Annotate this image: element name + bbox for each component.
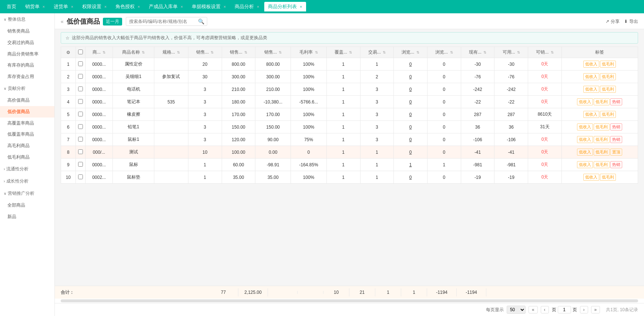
row-checkbox[interactable] (78, 174, 83, 179)
sidebar-item-all-products[interactable]: 全部商品 (0, 200, 54, 211)
first-page-btn[interactable]: « (529, 306, 538, 313)
row-checkbox[interactable] (78, 74, 83, 79)
column-spec[interactable]: 规格... ⇅ (154, 47, 188, 58)
nav-product-inbound[interactable]: 产成品入库单 × (145, 2, 187, 11)
sidebar-section-liquidity[interactable]: › 流通性分析 (0, 163, 54, 175)
column-code[interactable]: 商... ⇅ (85, 47, 113, 58)
export-button[interactable]: ⬇ 导出 (624, 18, 638, 25)
close-icon[interactable]: × (181, 4, 183, 9)
sidebar-item-inventory-capital[interactable]: 库存资金占用 (0, 71, 54, 82)
nav-home[interactable]: 首页 (3, 2, 20, 11)
close-icon[interactable]: × (300, 4, 302, 9)
view1-link[interactable]: 0 (409, 74, 412, 79)
row-checkbox[interactable] (78, 137, 83, 142)
close-icon[interactable]: × (43, 4, 45, 9)
column-view1[interactable]: 浏览... ⇅ (394, 47, 427, 58)
column-view2[interactable]: 浏览... ⇅ (427, 47, 461, 58)
select-all-checkbox[interactable] (78, 50, 83, 54)
cell-view1[interactable]: 0 (394, 58, 427, 71)
cell-checkbox[interactable] (76, 133, 85, 146)
row-checkbox[interactable] (78, 149, 83, 154)
page-size-select[interactable]: 50 100 200 (507, 306, 526, 314)
view1-link[interactable]: 0 (409, 150, 412, 155)
cell-view1[interactable]: 0 (394, 121, 427, 133)
cell-view1[interactable]: 0 (394, 171, 427, 184)
sidebar-section-overview[interactable]: ∨ 整体信息 (0, 13, 54, 26)
cell-view1[interactable]: 0 (394, 146, 427, 159)
sidebar-section-growth[interactable]: › 成长性分析 (0, 175, 54, 187)
sidebar-item-sales-products[interactable]: 销售类商品 (0, 26, 54, 37)
sidebar-item-low-coverage[interactable]: 低覆盖率商品 (0, 129, 54, 140)
next-page-btn[interactable]: › (580, 306, 588, 313)
close-icon[interactable]: × (257, 4, 259, 9)
nav-permission[interactable]: 权限设置 × (78, 2, 110, 11)
close-icon[interactable]: × (224, 4, 226, 9)
cell-checkbox[interactable] (76, 108, 85, 121)
column-gross-margin[interactable]: 毛利率 ⇅ (291, 47, 327, 58)
sidebar-item-traded-products[interactable]: 交易过的商品 (0, 37, 54, 48)
close-icon[interactable]: × (71, 4, 73, 9)
table-container[interactable]: ⚙ 商... ⇅ 商品名称 ⇅ 规格... ⇅ 销售... ⇅ 销售... ⇅ … (55, 47, 644, 286)
view1-link[interactable]: 0 (409, 175, 412, 180)
nav-template-settings[interactable]: 单据模板设置 × (188, 2, 229, 11)
cell-view1[interactable]: 0 (394, 108, 427, 121)
column-sales-qty[interactable]: 销售... ⇅ (188, 47, 222, 58)
search-input[interactable] (126, 17, 207, 26)
row-checkbox[interactable] (78, 86, 83, 91)
close-icon[interactable]: × (138, 4, 140, 9)
view1-link[interactable]: 0 (409, 87, 412, 92)
sidebar-item-high-profit[interactable]: 高毛利商品 (0, 140, 54, 152)
row-checkbox[interactable] (78, 112, 83, 116)
close-icon[interactable]: × (104, 4, 107, 9)
sidebar-item-category-sales-rate[interactable]: 商品分类销售率 (0, 48, 54, 60)
cell-view1[interactable]: 0 (394, 83, 427, 96)
view1-link[interactable]: 0 (409, 112, 412, 117)
sidebar-section-contribution[interactable]: ∨ 贡献分析 (0, 82, 54, 95)
sidebar-item-high-value[interactable]: 高价值商品 (0, 95, 54, 106)
sidebar-item-inventory-products[interactable]: 有库存的商品 (0, 60, 54, 71)
cell-view1[interactable]: 0 (394, 133, 427, 146)
view1-link[interactable]: 0 (409, 99, 412, 105)
column-sales-amount[interactable]: 销售... ⇅ (255, 47, 291, 58)
prev-page-btn[interactable]: ‹ (541, 306, 549, 313)
sidebar-item-low-value[interactable]: 低价值商品 (0, 106, 54, 118)
column-transaction[interactable]: 交易... ⇅ (360, 47, 394, 58)
column-sales-price[interactable]: 销售... ⇅ (222, 47, 255, 58)
period-tag[interactable]: 近一月 (103, 18, 122, 26)
cell-checkbox[interactable] (76, 58, 85, 71)
nav-product-analysis-list[interactable]: 商品分析列表 × (264, 2, 306, 11)
cell-checkbox[interactable] (76, 96, 85, 108)
cell-view1[interactable]: 0 (394, 71, 427, 83)
sidebar-item-high-coverage[interactable]: 高覆盖率商品 (0, 118, 54, 129)
nav-role-auth[interactable]: 角色授权 × (112, 2, 144, 11)
share-button[interactable]: ↗ 分享 (606, 18, 620, 25)
sidebar-section-marketing[interactable]: ∨ 营销推广分析 (0, 187, 54, 200)
cell-view1[interactable]: 0 (394, 96, 427, 108)
cell-checkbox[interactable] (76, 83, 85, 96)
page-input[interactable] (558, 306, 571, 313)
cell-checkbox[interactable] (76, 71, 85, 83)
column-available-stock[interactable]: 可用... ⇅ (494, 47, 528, 58)
view1-link[interactable]: 1 (409, 162, 412, 167)
row-checkbox[interactable] (78, 162, 83, 167)
nav-sales-order[interactable]: 销货单 × (21, 2, 48, 11)
view1-link[interactable]: 0 (409, 137, 412, 142)
nav-purchase-order[interactable]: 进货单 × (50, 2, 77, 11)
collapse-sidebar-btn[interactable]: « (61, 18, 64, 24)
row-checkbox[interactable] (78, 61, 83, 66)
sidebar-item-low-profit[interactable]: 低毛利商品 (0, 152, 54, 163)
last-page-btn[interactable]: » (591, 306, 600, 313)
row-checkbox[interactable] (78, 124, 83, 129)
cell-checkbox[interactable] (76, 121, 85, 133)
column-current-stock[interactable]: 现有... ⇅ (461, 47, 494, 58)
sidebar-item-new-products[interactable]: 新品 (0, 211, 54, 222)
cell-checkbox[interactable] (76, 159, 85, 171)
cell-checkbox[interactable] (76, 171, 85, 184)
column-name[interactable]: 商品名称 ⇅ (113, 47, 154, 58)
cell-view1[interactable]: 1 (394, 159, 427, 171)
view1-link[interactable]: 0 (409, 62, 412, 67)
column-coverage[interactable]: 覆盖... ⇅ (326, 47, 360, 58)
column-sellable-days[interactable]: 可销... ⇅ (528, 47, 562, 58)
row-checkbox[interactable] (78, 99, 83, 104)
nav-product-analysis[interactable]: 商品分析 × (231, 2, 263, 11)
